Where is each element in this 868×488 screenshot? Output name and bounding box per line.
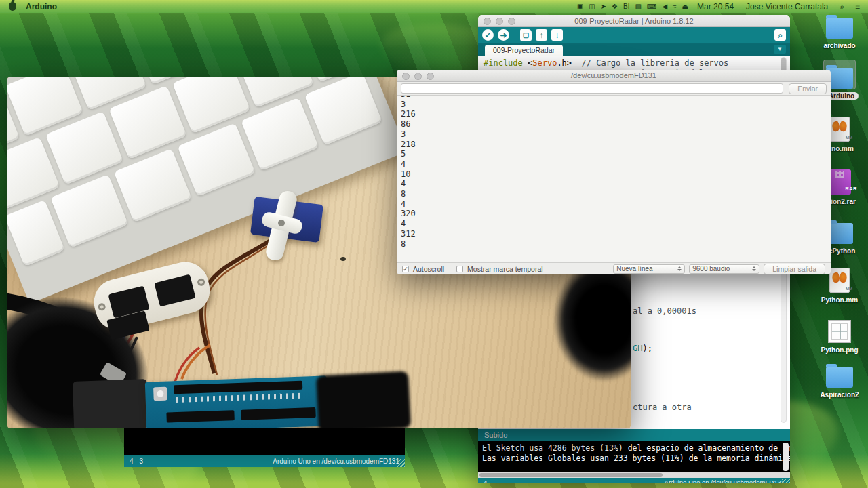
serial-window-title: /dev/cu.usbmodemFD131 [571,71,656,79]
select-arrows-icon [752,266,756,271]
serial-line: 5 [401,149,831,159]
ide-titlebar[interactable]: 009-ProyectoRadar | Arduino 1.8.12 [478,15,790,27]
serial-line: 8 [401,239,831,249]
status-icon-8[interactable]: ≈ [673,3,677,10]
ide-console: El Sketch usa 4286 bytes (13%) del espac… [478,441,790,472]
menubar-app-name[interactable]: Arduino [26,2,57,12]
arduino-board [145,375,328,428]
rar-file-icon: RAR [828,169,851,195]
apple-menu-icon[interactable] [9,2,16,11]
shadow-object [316,371,411,428]
resize-grip[interactable] [397,459,405,467]
save-sketch-button[interactable]: ↓ [551,29,563,41]
folder-icon [826,367,853,388]
serial-line: 51 [401,95,831,100]
console-scrollbar[interactable] [783,443,789,471]
ide-toolbar: ✓ ➜ ▢ ↑ ↓ ⌕ [478,27,790,43]
serial-line: 10 [401,169,831,180]
status-icon-9[interactable]: ⏏ [682,3,688,10]
select-arrows-icon [677,266,682,271]
status-icon-6[interactable]: ⌨ [647,3,656,10]
status-icon-5[interactable]: ▤ [635,3,641,10]
minimize-button[interactable] [496,18,503,25]
ide-right-statusbar: 4 Arduino Uno en /dev/cu.usbmodemFD131 [478,478,790,483]
serial-input-row: Enviar [397,82,831,95]
status-icon-7[interactable]: ◀ [662,3,667,10]
serial-output: 513216863218541048432043128 [401,95,831,249]
open-sketch-button[interactable]: ↑ [536,29,547,41]
serial-input[interactable] [401,83,783,94]
serial-line: 8 [401,189,831,199]
minimize-button[interactable] [414,73,422,80]
code-fragment-1: al a 0,00001s [633,306,696,316]
serial-line: 4 [401,159,831,169]
upload-button[interactable]: ➜ [498,29,509,41]
timestamp-checkbox[interactable] [456,266,463,272]
serial-monitor-button[interactable]: ⌕ [774,29,786,41]
board-port-label: Arduino Uno en /dev/cu.usbmodemFD131 [273,458,399,467]
status-icon-2[interactable]: ➤ [601,3,606,10]
desktop: Arduino ▣◫➤❖BI▤⌨◀≈⏏ Mar 20:54 Jose Vicen… [0,0,868,488]
desktop-icon-python-png[interactable]: Python.png [811,319,868,355]
code-fragment-3: ctura a otra [633,403,692,412]
icon-label: Python.mm [821,296,858,304]
close-button[interactable] [484,18,491,25]
zoom-button[interactable] [427,73,434,80]
close-button[interactable] [402,73,410,80]
status-icon-0[interactable]: ▣ [577,3,583,10]
autoscroll-label: Autoscroll [413,265,444,273]
usb-port-shadow [73,379,149,428]
send-button[interactable]: Enviar [789,83,827,94]
serial-line: 3 [401,129,831,140]
serial-line: 216 [401,109,831,119]
cursor-position: 4 [484,479,487,483]
serial-titlebar[interactable]: /dev/cu.usbmodemFD131 [397,70,831,82]
sketch-tab[interactable]: 009-ProyectoRadar [485,45,563,56]
serial-line: 4 [401,179,831,189]
spotlight-search-icon[interactable]: ⌕ [840,2,844,12]
desktop-icon-archivado[interactable]: archivado [811,15,868,51]
cursor-position: 4 - 3 [130,458,143,467]
serial-line: 218 [401,140,831,150]
speck [340,257,346,261]
dark-object [553,258,631,382]
desktop-icon-aspiracion2[interactable]: Aspiracion2 [811,364,868,400]
sensor-transducer [154,274,195,307]
console-line-2: Las variables Globales usan 233 bytes (1… [482,453,790,463]
ide-tabbar: 009-ProyectoRadar ▼ [478,43,790,56]
code-fragment-2: GH); [633,344,652,353]
reset-button [153,387,167,401]
menubar-status-icons: ▣◫➤❖BI▤⌨◀≈⏏ [574,3,691,10]
status-icon-4[interactable]: BI [623,3,629,10]
icon-label: archivado [823,42,855,49]
line-ending-select[interactable]: Nueva línea [613,264,685,274]
autoscroll-checkbox[interactable]: ✓ [402,266,409,272]
timestamp-label: Mostrar marca temporal [467,265,542,273]
console-hscrollbar[interactable] [478,472,790,478]
resize-grip[interactable] [782,479,790,483]
clear-output-button[interactable]: Limpiar salida [764,264,825,274]
window-controls[interactable] [402,73,434,80]
serial-line: 86 [401,119,831,129]
serial-line: 320 [401,209,831,219]
menubar-user-name[interactable]: Jose Vicente Carratala [746,2,828,12]
status-icon-3[interactable]: ❖ [612,3,618,10]
menubar: Arduino ▣◫➤❖BI▤⌨◀≈⏏ Mar 20:54 Jose Vicen… [0,0,868,13]
tab-menu-button[interactable]: ▼ [774,45,786,54]
baud-rate-select[interactable]: 9600 baudio [689,264,760,274]
ide-left-statusbar: 4 - 3 Arduino Uno en /dev/cu.usbmodemFD1… [124,455,405,467]
serial-output-wrap[interactable]: 513216863218541048432043128 [397,95,831,263]
icon-label: Python.png [821,346,859,354]
notification-center-icon[interactable]: ≡ [855,2,860,12]
serial-line: 3 [401,100,831,110]
mindmap-file-icon: MM [829,268,850,293]
zoom-button[interactable] [508,18,515,25]
new-sketch-button[interactable]: ▢ [520,29,532,41]
status-icon-1[interactable]: ◫ [589,3,595,10]
window-controls[interactable] [484,18,515,25]
verify-button[interactable]: ✓ [482,29,494,41]
serial-line: 312 [401,229,831,239]
menubar-clock[interactable]: Mar 20:54 [697,2,734,12]
serial-monitor-window: /dev/cu.usbmodemFD131 Enviar 51321686321… [397,70,831,274]
folder-icon [826,18,853,39]
